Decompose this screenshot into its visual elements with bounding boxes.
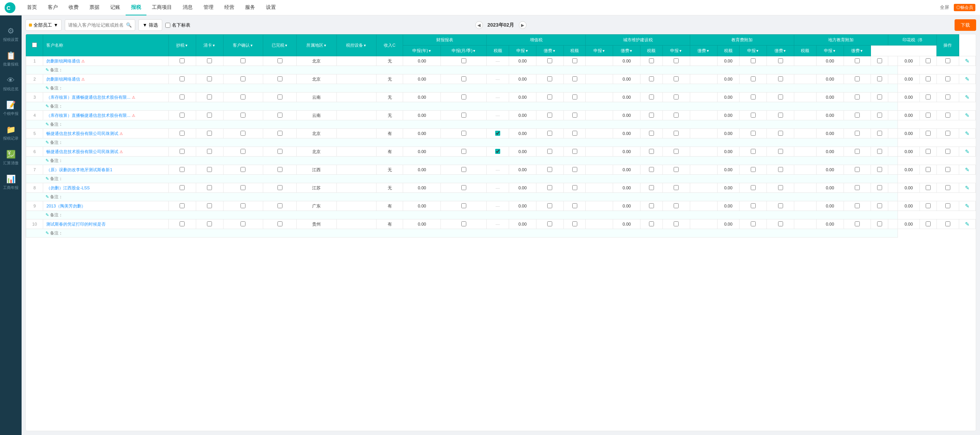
checkbox-city-declare[interactable] [649,131,654,136]
checkbox-chaoshui[interactable] [180,185,185,190]
checkbox-qingka[interactable] [207,167,212,172]
checkbox-local-declare[interactable] [855,167,860,172]
checkbox-edu-declare[interactable] [751,94,756,99]
checkbox-vat-pay[interactable] [572,94,577,99]
checkbox-confirm[interactable] [240,203,245,208]
checkbox-city-declare[interactable] [649,58,654,63]
remark-edit-icon[interactable]: ✎ [45,158,49,163]
company-name[interactable]: 畅捷通信息技术股份有限公司民珠测试 ⚠ [43,129,168,138]
checkbox-edu-declare[interactable] [751,76,756,81]
checkbox-stamp-declare[interactable] [926,76,931,81]
checkbox-local-declare[interactable] [855,185,860,190]
checkbox-vat-pay[interactable] [572,149,577,154]
remark-edit-icon[interactable]: ✎ [45,122,49,126]
checkbox-city-declare[interactable] [649,76,654,81]
edit-icon[interactable]: ✎ [965,76,970,82]
company-name[interactable]: 勿删新锐网络通信 ⚠ [43,56,168,66]
search-input[interactable] [68,22,126,28]
checkbox-confirm[interactable] [240,221,245,226]
company-name[interactable]: （库存核算）直播畅捷通信息技术股份有限... ⚠ [43,111,168,120]
edit-icon[interactable]: ✎ [965,203,970,209]
checkbox-vat-pay[interactable] [572,203,577,208]
checkbox-paid[interactable] [277,131,282,136]
checkbox-city-declare[interactable] [649,221,654,226]
checkbox-local-declare[interactable] [855,94,860,99]
nav-customer[interactable]: 客户 [42,0,63,15]
checkbox-annual-report[interactable] [461,185,466,190]
edit-icon[interactable]: ✎ [965,148,970,155]
checkbox-city-pay[interactable] [674,149,679,154]
checkbox-vat-declare[interactable] [547,94,552,99]
checkbox-annual-report[interactable] [461,149,466,154]
checkbox-edu-pay[interactable] [778,76,783,81]
checkbox-local-pay[interactable] [877,131,882,136]
checkbox-chaoshui[interactable] [180,76,185,81]
company-name[interactable]: 畅捷通信息技术股份有限公司民珠测试 ⚠ [43,147,168,157]
checkbox-vat-declare[interactable] [547,203,552,208]
nav-service[interactable]: 服务 [240,0,261,15]
checkbox-local-pay[interactable] [877,203,882,208]
checkbox-chaoshui[interactable] [180,221,185,226]
sidebar-item-tax-record[interactable]: 📁 报税记录 [0,120,22,145]
checkbox-confirm[interactable] [240,131,245,136]
company-name[interactable]: 2013（陶美芳勿删） [43,201,168,211]
checkbox-city-pay[interactable] [674,221,679,226]
checkbox-vat-declare[interactable] [547,185,552,190]
checkbox-local-pay[interactable] [877,94,882,99]
checkbox-edu-declare[interactable] [751,58,756,63]
select-all-checkbox[interactable] [32,42,37,47]
nav-operate[interactable]: 经营 [219,0,240,15]
download-button[interactable]: 下载 [955,19,976,31]
checkbox-stamp-declare[interactable] [926,149,931,154]
checkbox-paid[interactable] [277,76,282,81]
checkbox-vat-declare[interactable] [547,221,552,226]
checkbox-paid[interactable] [277,113,282,118]
nav-business[interactable]: 工商项目 [146,0,177,15]
checkbox-local-pay[interactable] [877,221,882,226]
checkbox-city-pay[interactable] [674,76,679,81]
checkbox-chaoshui[interactable] [180,149,185,154]
checkbox-monthly-report[interactable] [495,131,500,136]
sidebar-item-batch-tax[interactable]: 📋 批量报税 [0,46,22,71]
nav-home[interactable]: 首页 [22,0,42,15]
checkbox-annual-report[interactable] [461,94,466,99]
checkbox-stamp-declare[interactable] [926,203,931,208]
date-next-button[interactable]: ▶ [519,21,526,29]
checkbox-local-pay[interactable] [877,167,882,172]
checkbox-edu-declare[interactable] [751,185,756,190]
remark-edit-icon[interactable]: ✎ [45,194,49,199]
checkbox-edu-pay[interactable] [778,203,783,208]
checkbox-chaoshui[interactable] [180,203,185,208]
checkbox-edu-pay[interactable] [778,185,783,190]
checkbox-vat-pay[interactable] [572,185,577,190]
checkbox-city-pay[interactable] [674,185,679,190]
company-name[interactable]: 测试斯春的凭证打印的时候是否 [43,219,168,229]
checkbox-confirm[interactable] [240,58,245,63]
checkbox-vat-pay[interactable] [572,221,577,226]
checkbox-city-declare[interactable] [649,167,654,172]
checkbox-stamp-pay[interactable] [945,203,950,208]
sidebar-item-annual-settlement[interactable]: 💹 汇算清缴 [0,145,22,170]
checkbox-city-declare[interactable] [649,185,654,190]
date-prev-button[interactable]: ◀ [475,21,483,29]
checkbox-edu-declare[interactable] [751,113,756,118]
checkbox-chaoshui[interactable] [180,58,185,63]
checkbox-city-declare[interactable] [649,149,654,154]
fullscreen-btn[interactable]: 全屏 [940,4,949,11]
checkbox-confirm[interactable] [240,76,245,81]
checkbox-local-declare[interactable] [855,149,860,154]
checkbox-stamp-pay[interactable] [945,113,950,118]
edit-icon[interactable]: ✎ [965,167,970,173]
company-name[interactable]: （库存核算）直播畅捷通信息技术股份有限... ⚠ [43,93,168,102]
checkbox-stamp-declare[interactable] [926,58,931,63]
sidebar-item-tax-overview[interactable]: 👁 报税总览 [0,71,22,96]
checkbox-stamp-pay[interactable] [945,149,950,154]
checkbox-stamp-declare[interactable] [926,185,931,190]
sidebar-item-annual-report[interactable]: 📊 工商年报 [0,170,22,194]
named-sheets-input[interactable] [165,23,170,28]
checkbox-edu-pay[interactable] [778,131,783,136]
checkbox-vat-declare[interactable] [547,58,552,63]
checkbox-stamp-declare[interactable] [926,94,931,99]
checkbox-vat-pay[interactable] [572,76,577,81]
checkbox-annual-report[interactable] [461,131,466,136]
